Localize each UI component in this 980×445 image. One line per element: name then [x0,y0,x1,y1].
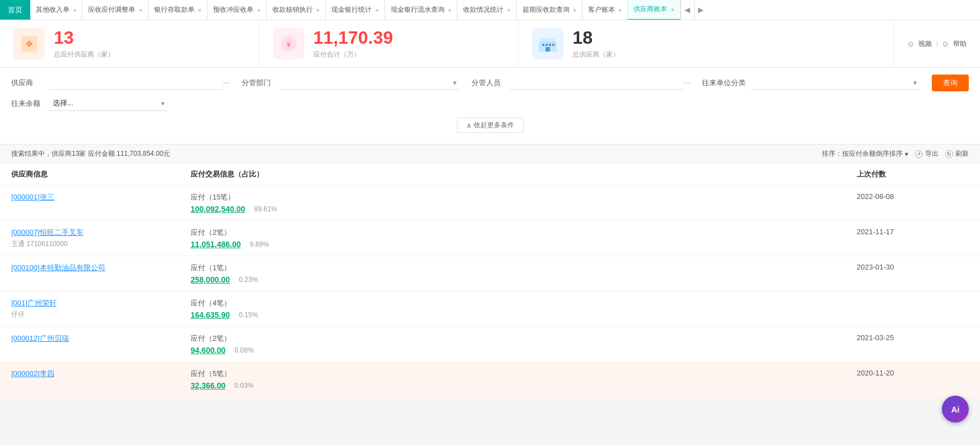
tab-label: 客户账本 [588,5,615,15]
supplier-link[interactable]: [000002]李四 [11,369,191,379]
tab-label: 其他收入单 [36,5,70,15]
transaction-info-cell: 应付（15笔） 100,092,540.00 89.61% [191,192,857,214]
filter-row-2: 往来余额 选择... ▾ [11,96,969,111]
filter-supplier: 供应商 ··· [11,76,230,90]
table-row: [001]广州荣轩 仔仔 应付（4笔） 164,635.90 0.15% [0,291,980,327]
dept-select-arrow: ▾ [453,78,457,87]
svg-rect-8 [549,44,551,46]
tab-close-icon[interactable]: × [316,7,320,13]
summary-card-total-suppliers: 18 总供应商（家） [519,20,894,67]
category-filter-select[interactable]: ▾ [750,76,921,90]
svg-text:❖: ❖ [25,39,33,49]
supplier-filter-label: 供应商 [11,78,45,88]
summary-card-suppliers-payable: ❖ 13 总应付供应商（家） [0,20,260,67]
nav-next-arrow[interactable]: ▶ [694,0,708,20]
tx-label: 应付（4笔） [191,298,857,308]
tx-amount[interactable]: 258,000.00 [191,275,230,284]
balance-filter-label: 往来余额 [11,99,45,109]
supplier-link[interactable]: [000007]恒旺二手叉车 [11,228,191,238]
person-filter-dots[interactable]: ··· [683,78,690,88]
tab-label: 现金银行统计 [331,5,372,15]
tx-amount[interactable]: 32,366.00 [191,381,225,390]
supplier-filter-dots[interactable]: ··· [223,78,230,88]
refresh-button[interactable]: ↻ 刷新 [945,149,969,159]
tx-label: 应付（5笔） [191,369,857,379]
tab-label: 银行存取款单 [154,5,195,15]
help-link[interactable]: 帮助 [953,39,967,49]
video-link[interactable]: 视频 [918,39,932,49]
tab-close-icon[interactable]: × [198,7,201,13]
tx-amount[interactable]: 100,092,540.00 [191,205,245,214]
tx-amount[interactable]: 11,051,486.00 [191,240,241,249]
tx-row: 258,000.00 0.23% [191,275,857,284]
supplier-info-cell: [000007]恒旺二手叉车 王通 17106110000 [11,228,191,249]
nav-prev-arrow[interactable]: ◀ [681,0,694,20]
tx-amount[interactable]: 164,635.90 [191,310,230,319]
top-navigation: 首页 其他收入单 × 应收应付调整单 × 银行存取款单 × 预收冲应收单 × 收… [0,0,980,20]
search-button[interactable]: 查询 [932,75,969,91]
last-pay-date: 2020-11-20 [857,369,894,377]
nav-tab-5[interactable]: 银行存取款单 × [149,0,207,20]
nav-tab-3[interactable]: 其他收入单 × [30,0,82,20]
export-icon: ↗ [915,150,923,158]
tab-label: 预收冲应收单 [213,5,253,15]
collapse-button[interactable]: ∧ 收起更多条件 [457,118,524,133]
export-button[interactable]: ↗ 导出 [915,149,939,159]
tx-label: 应付（2笔） [191,333,857,344]
nav-tab-7[interactable]: 收款核销执行 × [267,0,326,20]
last-pay-date: 2023-01-30 [857,263,894,271]
tab-close-icon[interactable]: × [671,6,674,13]
supplier-info-cell: [000001]张三 [11,192,191,202]
tab-close-icon[interactable]: × [448,7,451,13]
nav-tab-10[interactable]: 收款情况统计 × [457,0,516,20]
tab-close-icon[interactable]: × [257,7,260,13]
tab-close-icon[interactable]: × [375,7,378,13]
filter-person: 分管人员 ··· [471,76,691,90]
supplier-link[interactable]: [000012]广州贝瑞 [11,333,191,344]
sort-control[interactable]: 排序：按应付余额倒序排序 ▾ [822,149,908,159]
filter-section: 供应商 ··· 分管部门 ▾ 分管人员 ··· 往来单位分类 ▾ 查询 [0,68,980,145]
svg-rect-10 [546,47,550,52]
filter-dept: 分管部门 ▾ [242,76,461,90]
svg-rect-5 [541,38,554,43]
tab-close-icon[interactable]: × [138,7,142,13]
balance-filter-select[interactable]: 选择... ▾ [49,96,168,111]
nav-tab-12[interactable]: 客户账本 × [583,0,628,20]
tx-percent: 0.15% [239,311,258,319]
summary-bar: ❖ 13 总应付供应商（家） ¥ 11,170.39 应付合计（万） [0,20,980,68]
dept-filter-select[interactable]: ▾ [280,76,461,90]
tx-percent: 0.23% [239,276,258,284]
tx-amount[interactable]: 94,600.00 [191,346,225,355]
svg-rect-6 [542,44,544,46]
table-row: [000100]本特勤油品有限公司 应付（1笔） 258,000.00 0.23… [0,256,980,291]
supplier-info-cell: [001]广州荣轩 仔仔 [11,298,191,319]
tx-row: 32,366.00 0.03% [191,381,857,390]
card-icon-total-suppliers [532,28,563,59]
supplier-link[interactable]: [000001]张三 [11,192,191,202]
tab-close-icon[interactable]: × [73,7,76,13]
tx-percent: 0.08% [234,346,253,354]
nav-tab-6[interactable]: 预收冲应收单 × [207,0,266,20]
tx-label: 应付（1笔） [191,263,857,273]
lastpay-cell: 2021-03-25 [857,333,969,342]
card-info-payable-total: 11,170.39 应付合计（万） [313,28,393,59]
supplier-link[interactable]: [000100]本特勤油品有限公司 [11,263,191,273]
tab-close-icon[interactable]: × [573,7,576,13]
nav-tab-8[interactable]: 现金银行统计 × [326,0,385,20]
supplier-link[interactable]: [001]广州荣轩 [11,298,191,308]
nav-tab-11[interactable]: 超期应收款查询 × [517,0,583,20]
nav-tab-supplier-ledger[interactable]: 供应商账本 × [628,0,680,20]
filter-balance: 往来余额 选择... ▾ [11,96,168,111]
tab-close-icon[interactable]: × [618,7,622,13]
tab-label: 超期应收款查询 [523,5,570,15]
person-filter-input[interactable] [510,76,683,90]
tab-close-icon[interactable]: × [507,7,510,13]
supplier-info-cell: [000012]广州贝瑞 [11,333,191,344]
collapse-up-icon: ∧ [466,122,471,129]
transaction-info-cell: 应付（2笔） 11,051,486.00 9.89% [191,228,857,249]
supplier-filter-input[interactable] [49,76,223,90]
nav-tab-9[interactable]: 现金银行流水查询 × [385,0,457,20]
nav-tab-home[interactable]: 首页 [0,0,30,20]
tab-label: 供应商账本 [634,4,667,14]
nav-tab-4[interactable]: 应收应付调整单 × [82,0,148,20]
